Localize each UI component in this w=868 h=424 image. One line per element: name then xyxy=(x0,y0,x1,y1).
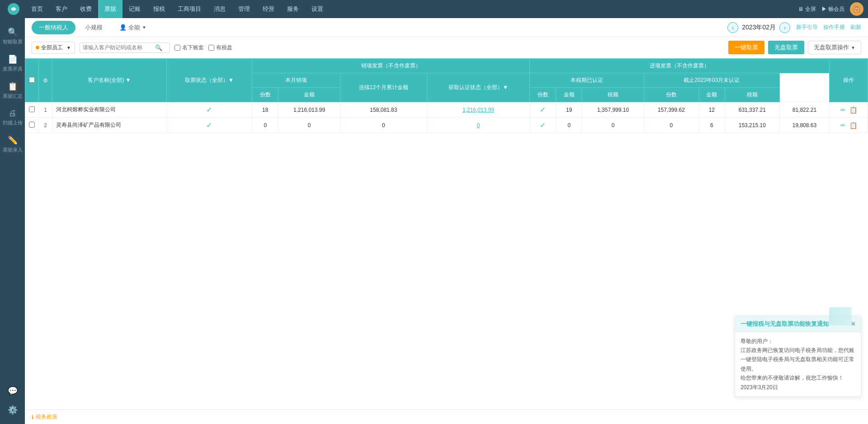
refresh-btn[interactable]: 刷新 xyxy=(850,24,861,31)
entry-icon: ✏️ xyxy=(8,135,18,145)
col-cert-amount: 金额 xyxy=(556,88,582,102)
row2-action-icons: ✏ 📋 xyxy=(833,122,864,129)
notify-title: 一键报税与无盘取票功能恢复通知 xyxy=(741,320,829,328)
footer-bar: ℹ 税务政策 xyxy=(25,410,868,424)
notify-close-btn[interactable]: × xyxy=(851,320,855,328)
main-table: ⚙ 客户名称(全部) ▼ 取票状态（全部）▼ 销项发票（不含作废票） 进项发票（… xyxy=(25,58,868,133)
sidebar-item-open-invoice[interactable]: 📄 发票开具 xyxy=(0,50,25,77)
search-icon[interactable]: 🔍 xyxy=(155,44,162,51)
row2-cumulative: 0 xyxy=(427,118,529,133)
row2-uncert-count: 6 xyxy=(698,118,725,133)
col-cert-tax: 税额 xyxy=(582,88,644,102)
sidebar-item-chat[interactable]: 💬 xyxy=(6,381,19,400)
row2-edit-icon[interactable]: ✏ xyxy=(840,122,846,129)
nav-msg[interactable]: 消息 xyxy=(208,0,232,18)
row1-company: 河北柯熔桦实业有限公司 xyxy=(52,102,167,118)
nav-settings[interactable]: 设置 xyxy=(305,0,330,18)
cumulative-link2[interactable]: 0 xyxy=(477,122,480,129)
chevron-down-icon: ▼ xyxy=(851,45,855,50)
employee-select[interactable]: 全部员工 ▼ xyxy=(32,42,75,54)
row2-cert-tax: 0 xyxy=(644,118,698,133)
row1-detail-icon[interactable]: 📋 xyxy=(849,106,857,114)
check-icon: ✓ xyxy=(206,121,212,129)
checkbox-taxdisk[interactable]: 有税盘 xyxy=(208,44,232,52)
checkbox-account-input[interactable] xyxy=(175,45,180,51)
summary-icon: 📋 xyxy=(8,81,18,91)
row2-num: 2 xyxy=(39,118,52,133)
row1-checkbox[interactable] xyxy=(29,106,35,112)
tax-policy-link[interactable]: 税务政策 xyxy=(36,413,57,421)
avatar[interactable]: 🐵 xyxy=(850,2,863,16)
cumulative-link[interactable]: 1,216,013.99 xyxy=(462,107,494,113)
no-disk-ops-btn[interactable]: 无盘取票操作 ▼ xyxy=(808,41,861,54)
fullscreen-btn[interactable]: 🖥 全屏 xyxy=(798,5,816,13)
row2-action: ✏ 📋 xyxy=(830,118,868,133)
sidebar-item-settings[interactable]: ⚙️ xyxy=(6,400,19,419)
nav-tax[interactable]: 报税 xyxy=(147,0,171,18)
col-uncert-tax: 税额 xyxy=(725,88,779,102)
nav-invoice[interactable]: 票据 xyxy=(98,0,123,18)
col-uncert-amount: 金额 xyxy=(698,88,725,102)
settings-icon: ⚙️ xyxy=(8,405,18,415)
row2-uncert-tax: 19,808.63 xyxy=(779,118,829,133)
row1-checkbox-cell xyxy=(25,102,39,118)
row2-detail-icon[interactable]: 📋 xyxy=(849,122,857,129)
nav-operation[interactable]: 经营 xyxy=(256,0,281,18)
col-group-header: ⚙ 客户名称(全部) ▼ 取票状态（全部）▼ 销项发票（不含作废票） 进项发票（… xyxy=(25,59,868,73)
new-guide-btn[interactable]: 新手引导 xyxy=(796,24,818,31)
sidebar-item-entry[interactable]: ✏️ 票据录入 xyxy=(0,131,25,158)
select-all-checkbox[interactable] xyxy=(29,77,35,83)
nav-fee[interactable]: 收费 xyxy=(74,0,98,18)
filter-right: 一键取票 无盘取票 无盘取票操作 ▼ xyxy=(728,41,861,54)
col-cert-count: 份数 xyxy=(530,88,556,102)
sidebar-item-smart-invoice[interactable]: 🔍 智能取票 xyxy=(0,23,25,50)
config-icon[interactable]: ⚙ xyxy=(43,77,48,84)
nav-client[interactable]: 客户 xyxy=(49,0,74,18)
row1-cert-tax: 157,399.62 xyxy=(644,102,698,118)
prev-period-btn[interactable]: ‹ xyxy=(727,22,738,33)
row1-cert-status: ✓ xyxy=(530,102,556,118)
notify-body: 尊敬的用户： 江苏政务网已恢复访问电子税务局功能，您代账一键登陆电子税务局与无盘… xyxy=(735,332,861,396)
row2-checkbox[interactable] xyxy=(29,122,35,128)
search-input[interactable] xyxy=(83,44,155,51)
check-icon: ✓ xyxy=(540,121,546,129)
nav-mgmt[interactable]: 管理 xyxy=(232,0,256,18)
open-invoice-icon: 📄 xyxy=(8,54,18,64)
row2-sales-amount: 0 xyxy=(278,118,340,133)
nav-accounting[interactable]: 记账 xyxy=(123,0,147,18)
notify-content: 尊敬的用户： 江苏政务网已恢复访问电子税务局功能，您代账一键登陆电子税务局与无盘… xyxy=(741,338,854,391)
filter-bar: 全部员工 ▼ 🔍 名下账套 有税盘 一键取票 无盘取票 无盘取票操作 ▼ xyxy=(25,37,868,58)
manual-btn[interactable]: 操作手册 xyxy=(823,24,845,31)
employee-label: 全部员工 xyxy=(41,44,63,52)
checkbox-account[interactable]: 名下账套 xyxy=(175,44,204,52)
nav-service[interactable]: 服务 xyxy=(281,0,305,18)
row1-num: 1 xyxy=(39,102,52,118)
col-checkbox xyxy=(25,59,39,102)
left-sidebar: 🔍 智能取票 📄 发票开具 📋 票据汇总 🖨 扫描上传 ✏️ 票据录入 💬 ⚙️ xyxy=(0,18,25,424)
next-period-btn[interactable]: › xyxy=(779,22,790,33)
row1-edit-icon[interactable]: ✏ xyxy=(840,106,846,114)
top-nav: 首页 客户 收费 票据 记账 报税 工商项目 消息 管理 经营 服务 设置 🖥 … xyxy=(0,0,868,18)
sidebar-item-summary[interactable]: 📋 票据汇总 xyxy=(0,77,25,104)
row2-sales-status: ✓ xyxy=(166,118,252,133)
sidebar-item-scan[interactable]: 🖨 扫描上传 xyxy=(0,104,25,131)
row2-sales-tax: 0 xyxy=(340,118,427,133)
col-uncert-count: 份数 xyxy=(644,88,698,102)
sidebar-label-smart-invoice: 智能取票 xyxy=(3,38,23,45)
nav-business[interactable]: 工商项目 xyxy=(171,0,208,18)
tabs-nav-right: 新手引导 操作手册 刷新 xyxy=(796,24,861,31)
tab-all[interactable]: 👤 全能 ▼ xyxy=(112,21,154,34)
col-action: 操作 xyxy=(830,59,868,102)
check-icon: ✓ xyxy=(206,106,212,114)
one-click-btn[interactable]: 一键取票 xyxy=(728,41,764,54)
nav-home[interactable]: 首页 xyxy=(25,0,49,18)
vip-btn[interactable]: ▶ 畅会员 xyxy=(821,5,844,13)
col-sales-group: 销项发票（不含作废票） xyxy=(252,59,530,73)
checkbox-taxdisk-input[interactable] xyxy=(208,45,214,51)
row1-cert-count: 19 xyxy=(556,102,582,118)
logo xyxy=(5,0,23,18)
no-disk-btn[interactable]: 无盘取票 xyxy=(768,41,804,54)
row2-cert-count: 0 xyxy=(556,118,582,133)
tab-general-taxpayer[interactable]: 一般纳税人 xyxy=(32,21,75,34)
tab-small-scale[interactable]: 小规模 xyxy=(78,21,110,34)
